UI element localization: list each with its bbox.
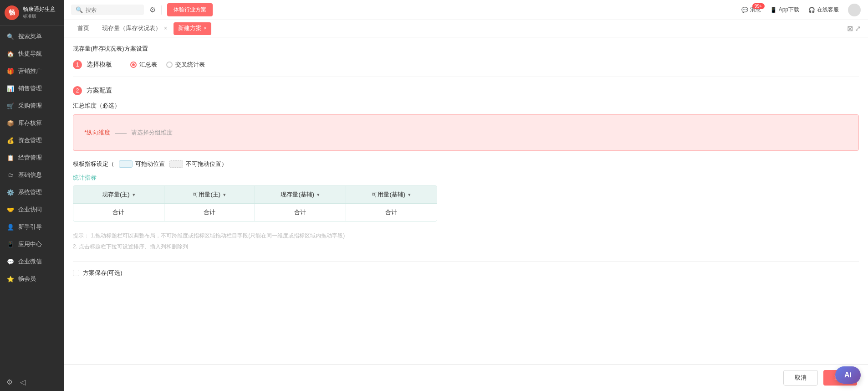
tab-inventory-status[interactable]: 现存量（库存状况表） × xyxy=(96,21,174,37)
quick-nav-icon: 🏠 xyxy=(6,50,15,58)
newbie-label: 新手引导 xyxy=(18,223,42,231)
tip-2: 2. 点击标题栏下拉可设置排序、插入列和删除列 xyxy=(73,241,859,252)
basic-info-label: 基础信息 xyxy=(18,171,42,179)
stats-label: 统计指标 xyxy=(73,174,859,182)
app-logo-text: 畅康通好生意 标准版 xyxy=(23,6,56,20)
gear-icon[interactable]: ⚙ xyxy=(149,5,156,14)
radio-cross[interactable]: 交叉统计表 xyxy=(166,61,205,69)
sidebar-item-newbie[interactable]: 👤 新手引导 xyxy=(0,218,64,236)
operations-icon: 📋 xyxy=(6,154,15,162)
marketing-icon: 🎁 xyxy=(6,67,15,75)
inventory-icon: 📦 xyxy=(6,119,15,127)
purchase-icon: 🛒 xyxy=(6,102,15,110)
headset-icon: 🎧 xyxy=(808,7,815,13)
messages-nav[interactable]: 💬 消息 99+ xyxy=(741,6,761,14)
sidebar-item-sales[interactable]: 📊 销售管理 xyxy=(0,80,64,97)
tab-new-plan-close[interactable]: × xyxy=(204,25,207,31)
footer-bar: 取消 查询 xyxy=(64,364,868,391)
content-inner: 现存量(库存状况表)方案设置 1 选择模板 汇总表 交叉统计表 xyxy=(64,37,868,391)
operations-label: 经营管理 xyxy=(18,154,42,162)
sales-label: 销售管理 xyxy=(18,84,42,93)
basic-info-icon: 🗂 xyxy=(6,171,15,179)
sidebar-item-wechat[interactable]: 💬 企业微信 xyxy=(0,253,64,270)
section2-header: 2 方案配置 xyxy=(73,86,859,95)
sidebar-item-marketing[interactable]: 🎁 营销推广 xyxy=(0,62,64,80)
stats-body-cell: 合计 xyxy=(73,204,164,221)
sidebar-item-inventory[interactable]: 📦 库存核算 xyxy=(0,114,64,132)
search-input[interactable] xyxy=(86,7,131,13)
radio-summary[interactable]: 汇总表 xyxy=(130,61,157,69)
sidebar-item-enterprise[interactable]: 🤝 企业协同 xyxy=(0,201,64,218)
app-logo-icon: 畅 xyxy=(5,5,19,20)
sidebar-item-quick-nav[interactable]: 🏠 快捷导航 xyxy=(0,45,64,62)
sidebar-footer: ⚙ ◁ xyxy=(0,373,64,391)
sidebar-item-operations[interactable]: 📋 经营管理 xyxy=(0,149,64,166)
download-icon: 📱 xyxy=(770,7,777,13)
stats-header-cell[interactable]: 可用量(基辅)▾ xyxy=(346,186,437,204)
sidebar-item-search-menu[interactable]: 🔍 搜索菜单 xyxy=(0,28,64,45)
member-label: 畅会员 xyxy=(18,275,36,283)
wechat-icon: 💬 xyxy=(6,257,15,266)
stats-header-cell[interactable]: 可用量(主)▾ xyxy=(164,186,255,204)
stats-section: 统计指标 现存量(主)▾可用量(主)▾现存量(基辅)▾可用量(基辅)▾ 合计合计… xyxy=(73,174,859,223)
stats-body-cell: 合计 xyxy=(164,204,255,221)
tab-home[interactable]: 首页 xyxy=(71,21,96,37)
chevron-down-icon: ▾ xyxy=(133,192,135,198)
radio-summary-dot xyxy=(130,62,137,68)
tab-inventory-close[interactable]: × xyxy=(164,25,167,31)
section2-title: 方案配置 xyxy=(87,87,112,95)
app-download-nav[interactable]: 📱 App下载 xyxy=(770,6,799,14)
section1-title: 选择模板 xyxy=(87,61,112,69)
save-divider xyxy=(73,261,859,262)
finance-icon: 💰 xyxy=(6,136,15,144)
cancel-button[interactable]: 取消 xyxy=(783,370,818,386)
stats-header-cell[interactable]: 现存量(基辅)▾ xyxy=(255,186,346,204)
search-menu-label: 搜索菜单 xyxy=(18,32,42,41)
main-area: 🔍 ⚙ 体验行业方案 💬 消息 99+ 📱 App下载 🎧 在线客服 xyxy=(64,0,868,391)
messages-badge: 99+ xyxy=(752,3,765,9)
dimension-area[interactable]: *纵向维度 —— 请选择分组维度 xyxy=(73,114,859,151)
search-icon: 🔍 xyxy=(76,6,83,13)
wechat-label: 企业微信 xyxy=(18,257,42,266)
purchase-label: 采购管理 xyxy=(18,102,42,110)
section-config: 2 方案配置 汇总维度（必选） *纵向维度 —— 请选择分组维度 模板指标设定（… xyxy=(73,86,859,252)
tab-new-plan[interactable]: 新建方案 × xyxy=(174,22,211,35)
expand-icon[interactable]: ⤢ xyxy=(855,24,861,33)
non-draggable-legend-box xyxy=(169,160,183,168)
sidebar-item-finance[interactable]: 💰 资金管理 xyxy=(0,132,64,149)
stats-header-cell[interactable]: 现存量(主)▾ xyxy=(73,186,164,204)
industry-solution-button[interactable]: 体验行业方案 xyxy=(167,3,213,16)
app-name-label: 畅康通好生意 xyxy=(23,6,56,13)
search-box[interactable]: 🔍 xyxy=(71,5,144,15)
system-icon: ⚙️ xyxy=(6,188,15,196)
radio-summary-label: 汇总表 xyxy=(139,61,157,69)
tab-bar: 首页 现存量（库存状况表） × 新建方案 × ⊠ ⤢ xyxy=(64,20,868,37)
inventory-label: 库存核算 xyxy=(18,119,42,127)
speaker-footer-icon[interactable]: ◁ xyxy=(20,378,26,386)
save-checkbox[interactable] xyxy=(73,270,79,276)
newbie-icon: 👤 xyxy=(6,223,15,231)
quick-nav-label: 快捷导航 xyxy=(18,50,42,58)
marketing-label: 营销推广 xyxy=(18,67,42,75)
draggable-legend-box xyxy=(119,160,133,168)
sidebar-item-member[interactable]: ⭐ 畅会员 xyxy=(0,270,64,288)
user-avatar[interactable] xyxy=(848,4,861,16)
tip-1: 提示： 1.拖动标题栏可以调整布局，不可跨维度或指标区域拖动栏目字段(只能在同一… xyxy=(73,230,859,241)
ai-bubble[interactable]: Ai xyxy=(835,366,861,384)
sidebar-item-purchase[interactable]: 🛒 采购管理 xyxy=(0,97,64,114)
sidebar-nav: 🔍 搜索菜单 🏠 快捷导航 🎁 营销推广 📊 销售管理 🛒 采购管理 📦 库存核… xyxy=(0,26,64,373)
dimension-placeholder-label: 请选择分组维度 xyxy=(131,129,173,137)
stats-body-cell: 合计 xyxy=(346,204,437,221)
customer-service-label: 在线客服 xyxy=(817,6,839,14)
stats-body-cell: 合计 xyxy=(255,204,346,221)
customer-service-nav[interactable]: 🎧 在线客服 xyxy=(808,6,839,14)
sidebar-item-system[interactable]: ⚙️ 系统管理 xyxy=(0,184,64,201)
sidebar-item-app-center[interactable]: 📱 应用中心 xyxy=(0,236,64,253)
section-template: 1 选择模板 汇总表 交叉统计表 xyxy=(73,60,859,77)
member-icon: ⭐ xyxy=(6,275,15,283)
sidebar-item-basic-info[interactable]: 🗂 基础信息 xyxy=(0,166,64,184)
collapse-icon[interactable]: ⊠ xyxy=(847,24,853,33)
save-option: 方案保存(可选) xyxy=(73,269,859,277)
settings-footer-icon[interactable]: ⚙ xyxy=(6,378,13,386)
stats-table: 现存量(主)▾可用量(主)▾现存量(基辅)▾可用量(基辅)▾ 合计合计合计合计 xyxy=(73,185,437,221)
